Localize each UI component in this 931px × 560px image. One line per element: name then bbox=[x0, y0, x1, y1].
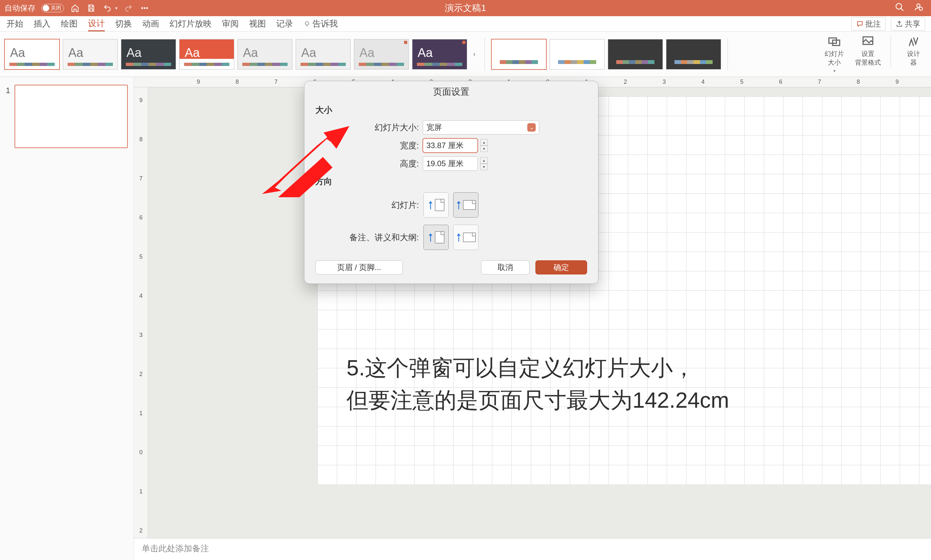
autosave-toggle[interactable]: 关闭 bbox=[42, 4, 64, 12]
tab-view[interactable]: 视图 bbox=[249, 17, 266, 31]
theme-gallery: Aa Aa Aa Aa Aa Aa Aa Aa › bbox=[5, 39, 478, 69]
save-icon[interactable] bbox=[86, 3, 96, 13]
theme-more-icon[interactable]: › bbox=[470, 50, 478, 58]
slide-annotation: 5.这个弹窗可以自定义幻灯片大小， 但要注意的是页面尺寸最大为142.24cm bbox=[347, 352, 729, 416]
autosave-state: 关闭 bbox=[51, 5, 61, 12]
slide-size-value: 宽屏 bbox=[426, 122, 442, 132]
share-label: 共享 bbox=[905, 19, 920, 29]
height-stepper[interactable]: ▴▾ bbox=[480, 157, 487, 170]
share-button[interactable]: 共享 bbox=[891, 17, 925, 31]
svg-point-5 bbox=[919, 7, 923, 10]
orient-slides-portrait[interactable] bbox=[424, 192, 449, 218]
vertical-ruler: 987654321012 bbox=[134, 87, 148, 538]
designer-button[interactable]: 设计 器 bbox=[900, 35, 926, 67]
orient-notes-landscape[interactable] bbox=[453, 225, 478, 250]
tellme-label: 告诉我 bbox=[313, 18, 338, 29]
variant-item[interactable] bbox=[492, 39, 546, 69]
undo-dropdown-icon[interactable]: ▾ bbox=[115, 6, 117, 11]
bg-format-button[interactable]: 设置 背景格式 bbox=[855, 35, 881, 67]
section-size-label: 大小 bbox=[304, 101, 598, 118]
designer-label: 设计 器 bbox=[907, 49, 920, 67]
annotation-arrow-icon bbox=[259, 126, 353, 198]
theme-item[interactable]: Aa bbox=[121, 39, 176, 69]
tab-animations[interactable]: 动画 bbox=[142, 17, 159, 31]
svg-marker-11 bbox=[324, 126, 349, 149]
svg-point-4 bbox=[917, 4, 920, 7]
tab-draw[interactable]: 绘图 bbox=[61, 17, 78, 31]
theme-item[interactable]: Aa bbox=[237, 39, 293, 69]
slide-size-label: 幻灯片 大小 bbox=[825, 49, 844, 67]
svg-point-3 bbox=[896, 3, 902, 9]
svg-point-0 bbox=[142, 8, 143, 8]
slide-size-select[interactable]: 宽屏 ⌄ bbox=[423, 120, 539, 134]
cancel-button[interactable]: 取消 bbox=[481, 260, 530, 274]
orient-notes-label: 备注、讲义和大纲: bbox=[315, 232, 419, 243]
tellme-button[interactable]: 告诉我 bbox=[304, 18, 338, 29]
dialog-title: 页面设置 bbox=[304, 81, 598, 101]
slides-panel: 1 bbox=[0, 77, 134, 560]
variant-gallery bbox=[492, 39, 721, 69]
tab-design[interactable]: 设计 bbox=[88, 17, 105, 31]
theme-item[interactable]: Aa bbox=[179, 39, 234, 69]
theme-item[interactable]: Aa bbox=[412, 39, 467, 69]
slide-number: 1 bbox=[6, 85, 10, 95]
svg-point-1 bbox=[144, 8, 145, 8]
ok-button[interactable]: 确定 bbox=[535, 260, 587, 274]
svg-point-2 bbox=[146, 8, 148, 8]
slide-thumbnail[interactable] bbox=[15, 85, 128, 148]
notes-placeholder[interactable]: 单击此处添加备注 bbox=[134, 538, 931, 560]
variant-item[interactable] bbox=[608, 39, 663, 69]
theme-item[interactable]: Aa bbox=[296, 39, 351, 69]
theme-item[interactable]: Aa bbox=[5, 39, 60, 69]
tab-transitions[interactable]: 切换 bbox=[115, 17, 132, 31]
tab-slideshow[interactable]: 幻灯片放映 bbox=[170, 17, 211, 31]
comments-label: 批注 bbox=[865, 19, 881, 29]
account-icon[interactable] bbox=[914, 2, 923, 14]
orient-notes-portrait[interactable] bbox=[424, 225, 449, 250]
chevron-updown-icon[interactable]: ⌄ bbox=[527, 123, 536, 132]
more-icon[interactable] bbox=[139, 3, 150, 13]
search-icon[interactable] bbox=[895, 2, 905, 14]
svg-rect-12 bbox=[272, 157, 333, 197]
orient-slides-landscape[interactable] bbox=[453, 192, 478, 218]
autosave-label: 自动保存 bbox=[5, 3, 35, 13]
variant-item[interactable] bbox=[550, 39, 604, 69]
slide-size-button[interactable]: 幻灯片 大小▾ bbox=[822, 35, 847, 73]
redo-icon[interactable] bbox=[123, 3, 134, 13]
orient-slides-label: 幻灯片: bbox=[315, 200, 419, 211]
home-icon[interactable] bbox=[70, 3, 80, 13]
document-title: 演示文稿1 bbox=[445, 2, 486, 14]
theme-item[interactable]: Aa bbox=[354, 39, 409, 69]
comments-button[interactable]: 批注 bbox=[851, 17, 886, 31]
undo-icon[interactable] bbox=[102, 3, 113, 13]
tab-insert[interactable]: 插入 bbox=[34, 17, 51, 31]
bg-format-label: 设置 背景格式 bbox=[855, 49, 881, 67]
tab-review[interactable]: 审阅 bbox=[222, 17, 239, 31]
header-footer-button[interactable]: 页眉 / 页脚... bbox=[315, 260, 403, 274]
variant-item[interactable] bbox=[666, 39, 721, 69]
tab-home[interactable]: 开始 bbox=[6, 17, 23, 31]
width-stepper[interactable]: ▴▾ bbox=[480, 139, 487, 152]
width-input[interactable]: 33.87 厘米 bbox=[423, 138, 478, 152]
tab-record[interactable]: 记录 bbox=[276, 17, 293, 31]
height-input[interactable]: 19.05 厘米 bbox=[423, 157, 478, 171]
svg-point-6 bbox=[305, 22, 309, 25]
theme-item[interactable]: Aa bbox=[63, 39, 118, 69]
